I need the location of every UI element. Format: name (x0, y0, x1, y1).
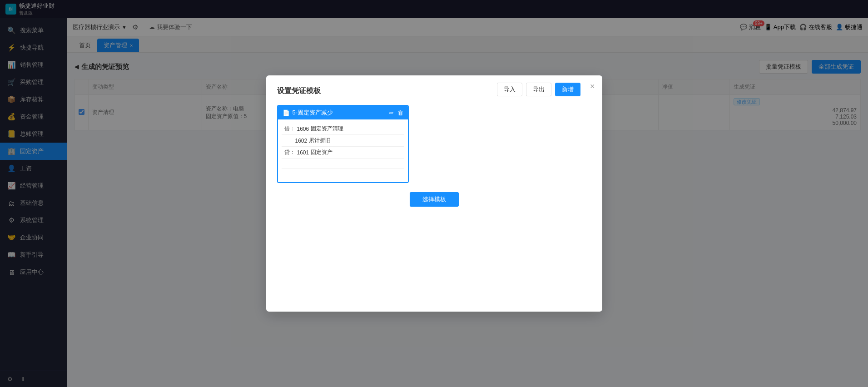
debit-code-2: 1602 (295, 138, 308, 144)
template-credit-row-1: 贷： 1601 固定资产 (282, 147, 404, 159)
template-title: 固定资产减少 (298, 109, 333, 116)
template-name: 5-固定资产减少 (293, 109, 333, 117)
template-card-header: 📄 5-固定资产减少 ✏ 🗑 (278, 106, 408, 119)
voucher-template-modal: 设置凭证模板 导入 导出 新增 × 📄 5-固定资产减少 ✏ (266, 75, 602, 312)
modal-toolbar: 导入 导出 新增 (497, 83, 580, 96)
modal-overlay[interactable]: 设置凭证模板 导入 导出 新增 × 📄 5-固定资产减少 ✏ (0, 0, 868, 387)
template-list: 📄 5-固定资产减少 ✏ 🗑 借： 1606 固定资产清理 (277, 105, 591, 183)
debit-code-1: 1606 (297, 126, 309, 132)
template-header-left: 📄 5-固定资产减少 (283, 109, 333, 117)
new-template-btn[interactable]: 新增 (555, 83, 580, 96)
modal-close-btn[interactable]: × (590, 82, 595, 91)
template-id: 5 (293, 109, 296, 116)
debit-name-1: 固定资产清理 (311, 125, 343, 133)
select-template-btn[interactable]: 选择模板 (410, 192, 459, 207)
export-btn[interactable]: 导出 (526, 83, 551, 96)
credit-label-1: 贷： (284, 149, 295, 156)
edit-template-icon[interactable]: ✏ (389, 109, 394, 116)
template-debit-row-2: 1602 累计折旧 (282, 135, 404, 147)
credit-name-1: 固定资产 (311, 149, 332, 156)
import-btn[interactable]: 导入 (497, 83, 522, 96)
template-empty-row (282, 159, 404, 169)
template-card-body: 借： 1606 固定资产清理 1602 累计折旧 贷： 1601 固定资产 (278, 119, 408, 182)
template-card-actions: ✏ 🗑 (389, 109, 403, 116)
delete-template-icon[interactable]: 🗑 (397, 109, 403, 116)
template-debit-row-1: 借： 1606 固定资产清理 (282, 123, 404, 135)
debit-name-2: 累计折旧 (309, 137, 331, 144)
credit-code-1: 1601 (297, 149, 309, 156)
template-card: 📄 5-固定资产减少 ✏ 🗑 借： 1606 固定资产清理 (277, 105, 409, 183)
template-empty-row-2 (282, 169, 404, 179)
template-doc-icon: 📄 (283, 109, 290, 116)
debit-label-1: 借： (284, 125, 295, 133)
